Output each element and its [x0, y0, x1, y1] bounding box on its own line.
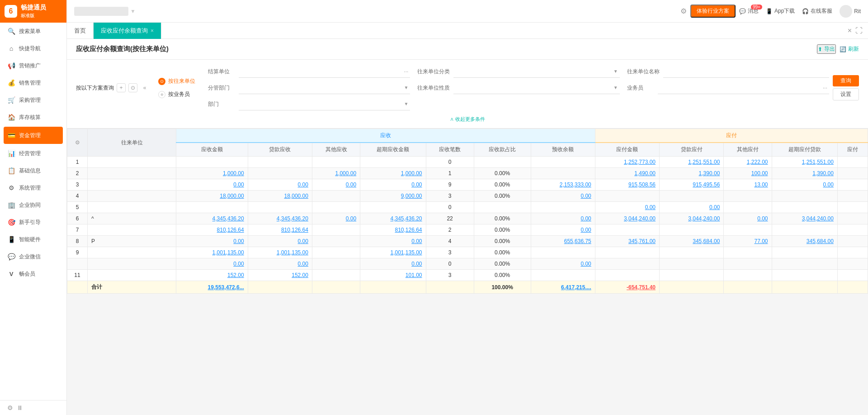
settlement-ellipsis[interactable]: ···: [404, 68, 408, 75]
cell-7-11[interactable]: 77.00: [724, 236, 772, 247]
cell-10-2[interactable]: 152.00: [176, 270, 248, 281]
topbar-user[interactable]: Rit: [840, 5, 861, 18]
topbar-promo-btn[interactable]: 体验行业方案: [690, 5, 736, 18]
cell-5-3[interactable]: 4,345,436.20: [248, 213, 312, 224]
sidebar-item-finance[interactable]: 💳 资金管理: [4, 127, 63, 144]
cell-1-12[interactable]: 1,390.00: [772, 168, 837, 179]
cell-9-3[interactable]: 0.00: [248, 258, 312, 270]
sidebar-item-corp-collab[interactable]: 🏢 企业协同: [0, 196, 66, 214]
filter-settings-label-btn[interactable]: 设置: [833, 88, 859, 100]
sidebar-collapse-icon[interactable]: ⏸: [17, 404, 23, 411]
cell-6-3[interactable]: 810,126.64: [248, 224, 312, 236]
cell-10-3[interactable]: 152.00: [248, 270, 312, 281]
cell-5-8[interactable]: 0.00: [531, 213, 595, 224]
cell-2-3[interactable]: 0.00: [248, 179, 312, 191]
cell-2-2[interactable]: 0.00: [176, 179, 248, 191]
cell-10-5[interactable]: 101.00: [360, 270, 426, 281]
cell-5-11[interactable]: 0.00: [724, 213, 772, 224]
sidebar-item-guide[interactable]: 🎯 新手引导: [0, 214, 66, 231]
window-maximize-icon[interactable]: ⛶: [855, 27, 863, 35]
cell-7-5[interactable]: 0.00: [360, 236, 426, 247]
sidebar-item-corp-wechat[interactable]: 💬 企业微信: [0, 248, 66, 265]
cell-1-5[interactable]: 1,000.00: [360, 168, 426, 179]
cell-7-8[interactable]: 655,636.75: [531, 236, 595, 247]
topbar-msg-btn[interactable]: 💬 消息 99+: [739, 7, 759, 15]
partner-nature-input[interactable]: ▼: [453, 81, 619, 94]
cell-1-9[interactable]: 1,490.00: [595, 168, 659, 179]
cell-3-2[interactable]: 18,000.00: [176, 191, 248, 202]
filter-option-partner[interactable]: ⊙ 按往来单位: [155, 76, 199, 87]
cell-4-10[interactable]: 0.00: [660, 202, 724, 213]
cell-1-10[interactable]: 1,390.00: [660, 168, 724, 179]
table-settings-icon[interactable]: ⚙: [71, 136, 84, 149]
cell-6-8[interactable]: 0.00: [531, 224, 595, 236]
filter-collapse[interactable]: ∧ 收起更多条件: [76, 114, 859, 124]
cell-7-12[interactable]: 345,684.00: [772, 236, 837, 247]
th-settings[interactable]: ⚙: [67, 129, 88, 157]
topbar-gear-icon[interactable]: ⚙: [680, 7, 687, 15]
cell-4-9[interactable]: 0.00: [595, 202, 659, 213]
cell-5-4[interactable]: 0.00: [312, 213, 360, 224]
cell-3-5[interactable]: 9,000.00: [360, 191, 426, 202]
sidebar-item-purchase[interactable]: 🛒 采购管理: [0, 91, 66, 109]
cell-3-3[interactable]: 18,000.00: [248, 191, 312, 202]
cell-9-8[interactable]: 0.00: [531, 258, 595, 270]
footer-ar-amount[interactable]: 19,553,472,6...: [176, 281, 248, 294]
cell-2-8[interactable]: 2,153,333.00: [531, 179, 595, 191]
cell-2-12[interactable]: 0.00: [772, 179, 837, 191]
cell-5-10[interactable]: 3,044,240.00: [660, 213, 724, 224]
sidebar-item-system[interactable]: ⚙ 系统管理: [0, 179, 66, 196]
cell-3-8[interactable]: 0.00: [531, 191, 595, 202]
refresh-btn[interactable]: 🔄 刷新: [840, 44, 859, 54]
sidebar-item-base-info[interactable]: 📋 基础信息: [0, 162, 66, 179]
filter-option-salesman[interactable]: ○ 按业务员: [155, 89, 199, 100]
salesman-ellipsis[interactable]: ···: [823, 85, 827, 91]
tab-close-icon[interactable]: ×: [151, 28, 154, 34]
cell-7-2[interactable]: 0.00: [176, 236, 248, 247]
cell-2-9[interactable]: 915,508.56: [595, 179, 659, 191]
footer-ap-amount[interactable]: -654,751.40: [595, 281, 659, 294]
cell-5-2[interactable]: 4,345,436.20: [176, 213, 248, 224]
partner-name-input[interactable]: [663, 65, 829, 78]
cell-2-4[interactable]: 0.00: [312, 179, 360, 191]
cell-2-10[interactable]: 915,495.56: [660, 179, 724, 191]
sidebar-item-operations[interactable]: 📊 经营管理: [0, 145, 66, 162]
cell-2-11[interactable]: 13.00: [724, 179, 772, 191]
cell-2-5[interactable]: 0.00: [360, 179, 426, 191]
cell-6-2[interactable]: 810,126.64: [176, 224, 248, 236]
cell-0-9[interactable]: 1,252,773.00: [595, 157, 659, 168]
dept-input[interactable]: ▼: [239, 81, 410, 94]
cell-1-11[interactable]: 100.00: [724, 168, 772, 179]
sidebar-item-search-menu[interactable]: 🔍 搜索菜单: [0, 23, 66, 40]
cell-0-10[interactable]: 1,251,551.00: [660, 157, 724, 168]
window-close-icon[interactable]: ×: [848, 27, 852, 35]
tab-home[interactable]: 首页: [67, 23, 94, 39]
cell-6-5[interactable]: 810,126.64: [360, 224, 426, 236]
filter-add-btn[interactable]: +: [117, 83, 126, 92]
salesman-input[interactable]: ···: [658, 81, 829, 94]
cell-0-12[interactable]: 1,251,551.00: [772, 157, 837, 168]
footer-ar-prepay[interactable]: 6,417,215....: [531, 281, 595, 294]
table-container[interactable]: ⚙ 往来单位 应收 应付 应收金额 贷款应收 其他应收 超期应收金额 应收笔数: [67, 129, 868, 294]
sidebar-item-inventory[interactable]: 🏠 库存核算: [0, 109, 66, 126]
settlement-input[interactable]: ···: [239, 65, 410, 78]
filter-collapse-btn[interactable]: «: [140, 83, 149, 92]
sidebar-item-smart-hw[interactable]: 📱 智能硬件: [0, 231, 66, 248]
cell-8-3[interactable]: 1,001,135.00: [248, 247, 312, 258]
sidebar-item-marketing[interactable]: 📢 营销推广: [0, 57, 66, 74]
tab-active[interactable]: 应收应付余额查询 ×: [94, 23, 161, 39]
cell-1-2[interactable]: 1,000.00: [176, 168, 248, 179]
cell-7-3[interactable]: 0.00: [248, 236, 312, 247]
cell-1-4[interactable]: 1,000.00: [312, 168, 360, 179]
export-btn[interactable]: ⬆ 导出: [817, 44, 836, 54]
cell-9-5[interactable]: 0.00: [360, 258, 426, 270]
topbar-service-btn[interactable]: 🎧 在线客服: [802, 7, 832, 15]
filter-settings-btn[interactable]: ⊙: [128, 83, 137, 92]
partner-cat-input[interactable]: ▼: [453, 65, 619, 78]
cell-7-10[interactable]: 345,684.00: [660, 236, 724, 247]
cell-5-5[interactable]: 4,345,436.20: [360, 213, 426, 224]
cell-8-5[interactable]: 1,001,135.00: [360, 247, 426, 258]
sidebar-item-member[interactable]: V 畅会员: [0, 265, 66, 282]
cell-5-9[interactable]: 3,044,240.00: [595, 213, 659, 224]
sidebar-item-sales[interactable]: 💰 销售管理: [0, 74, 66, 91]
